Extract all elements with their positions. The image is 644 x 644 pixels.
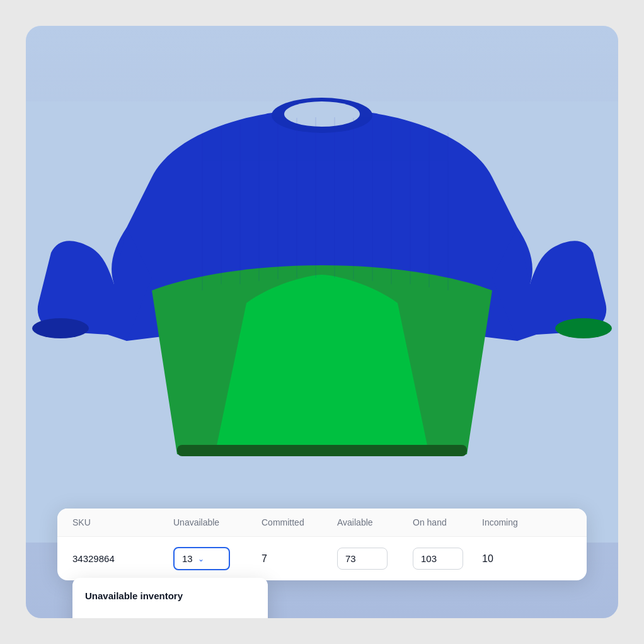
onhand-cell — [413, 548, 482, 570]
svg-point-2 — [284, 101, 360, 127]
unavailable-dropdown[interactable]: 13 ⌄ — [173, 547, 230, 570]
svg-point-5 — [555, 318, 612, 338]
header-onhand: On hand — [413, 517, 482, 527]
header-sku: SKU — [72, 517, 173, 527]
onhand-input[interactable] — [413, 548, 463, 570]
outer-card: SKU Unavailable Committed Available On h… — [26, 26, 618, 618]
table-row: 34329864 13 ⌄ 7 10 — [57, 537, 587, 580]
damaged-value-group: 2 ⌄ — [241, 618, 255, 618]
sku-value: 34329864 — [72, 553, 173, 564]
incoming-value: 10 — [482, 553, 545, 565]
unavailable-value: 13 — [182, 553, 193, 564]
header-incoming: Incoming — [482, 517, 545, 527]
svg-rect-3 — [177, 445, 467, 456]
committed-value: 7 — [262, 553, 337, 565]
available-input[interactable] — [337, 548, 388, 570]
available-cell — [337, 548, 413, 570]
svg-point-4 — [32, 318, 89, 338]
inventory-table-card: SKU Unavailable Committed Available On h… — [57, 509, 587, 580]
unavailable-cell: 13 ⌄ — [173, 547, 262, 570]
unavailable-dropdown-panel: Unavailable inventory Damaged 2 ⌄ Qualit… — [72, 578, 268, 618]
chevron-down-icon: ⌄ — [198, 555, 204, 563]
table-header: SKU Unavailable Committed Available On h… — [57, 509, 587, 537]
damaged-value: 2 — [241, 618, 246, 618]
header-committed: Committed — [262, 517, 337, 527]
dropdown-title: Unavailable inventory — [85, 590, 255, 601]
header-unavailable: Unavailable — [173, 517, 262, 527]
dropdown-item-damaged[interactable]: Damaged 2 ⌄ — [85, 611, 255, 618]
damaged-label: Damaged — [85, 618, 124, 618]
header-available: Available — [337, 517, 413, 527]
